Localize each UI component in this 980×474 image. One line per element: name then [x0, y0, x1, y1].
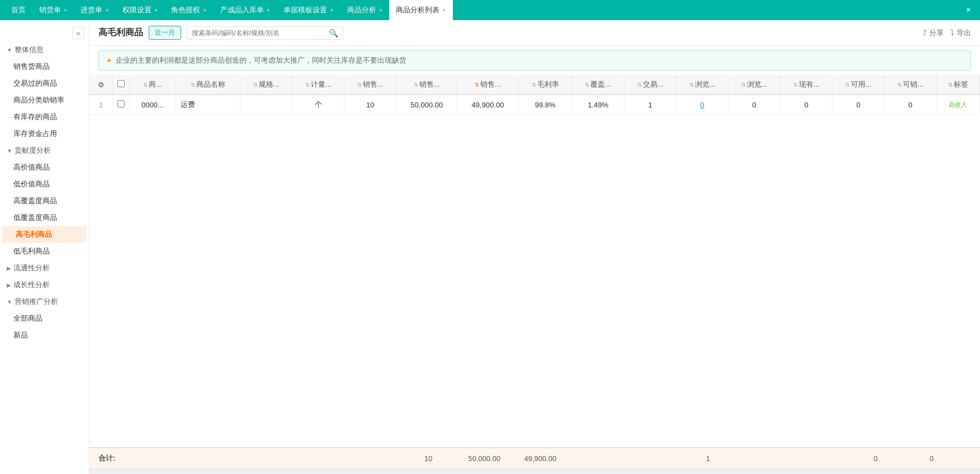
- sidebar-group-liquidity[interactable]: ▶ 流通性分析: [0, 260, 89, 276]
- footer-transaction: 1: [685, 454, 730, 463]
- cell-code: 0000...: [130, 95, 176, 115]
- share-icon: ⤴: [923, 29, 927, 37]
- col-gross-margin[interactable]: ⇅毛利率: [518, 75, 572, 95]
- filter-recent-month-button[interactable]: 近一月: [149, 26, 181, 40]
- horizontal-scrollbar[interactable]: [89, 468, 980, 474]
- info-banner: ✦ 企业的主要的利润都是这部分商品创造的，可考虑加大推广，同时关注库存是不要出现…: [98, 50, 971, 71]
- col-browse2[interactable]: ⇅浏览...: [728, 75, 780, 95]
- col-browse1[interactable]: ⇅浏览...: [676, 75, 728, 95]
- arrow-down-icon-3: ▼: [7, 299, 12, 305]
- table-row: 1 0000... 运费 个 10 50,000.00 49,900.00 99…: [89, 95, 980, 115]
- sidebar-item-traded-goods[interactable]: 交易过的商品: [0, 75, 89, 92]
- sidebar-item-in-stock[interactable]: 有库存的商品: [0, 109, 89, 125]
- sidebar-item-all-goods[interactable]: 全部商品: [0, 310, 89, 327]
- export-icon: ⤵: [950, 29, 954, 37]
- col-transaction[interactable]: ⇅交易...: [624, 75, 676, 95]
- cell-gross-margin: 99.8%: [518, 95, 572, 115]
- col-spec[interactable]: ⇅规格...: [240, 75, 292, 95]
- cell-browse2: 0: [728, 95, 780, 115]
- col-name[interactable]: ⇅商品名称: [176, 75, 240, 95]
- close-permissions[interactable]: ×: [154, 7, 158, 13]
- nav-product-analysis[interactable]: 商品分析 ×: [340, 0, 389, 20]
- nav-home[interactable]: 首页: [4, 0, 32, 20]
- content-area: 高毛利商品 近一月 🔍 ⤴ 分享 ⤵ 导出 ✦ 企业的主要的利润都是这部分商品创…: [89, 20, 980, 474]
- col-sales-cost[interactable]: ⇅销售...: [457, 75, 518, 95]
- nav-purchase-order[interactable]: 进货单 ×: [74, 0, 115, 20]
- search-icon[interactable]: 🔍: [329, 29, 338, 37]
- export-button[interactable]: ⤵ 导出: [950, 28, 971, 38]
- header-actions: ⤴ 分享 ⤵ 导出: [923, 28, 971, 38]
- sidebar-collapse-button[interactable]: «: [72, 27, 84, 39]
- cell-browse1[interactable]: 0: [676, 95, 728, 115]
- col-tag[interactable]: ⇅标签: [936, 75, 979, 95]
- arrow-right-icon-2: ▶: [7, 282, 11, 288]
- col-sellable[interactable]: ⇅可销...: [884, 75, 936, 95]
- nav-product-analysis-list[interactable]: 商品分析列表 ×: [389, 0, 452, 20]
- close-sales-order[interactable]: ×: [64, 7, 67, 13]
- footer-label: 合计:: [98, 453, 115, 463]
- arrow-down-icon: ▼: [7, 47, 12, 53]
- cell-tag: 高收入: [936, 95, 979, 115]
- share-button[interactable]: ⤴ 分享: [923, 28, 944, 38]
- arrow-down-icon-2: ▼: [7, 148, 12, 154]
- nav-template-settings[interactable]: 单据模板设置 ×: [277, 0, 340, 20]
- nav-role-auth[interactable]: 角色授权 ×: [164, 0, 213, 20]
- close-product-inbound[interactable]: ×: [267, 7, 270, 13]
- sidebar-item-stock-capital[interactable]: 库存资金占用: [0, 125, 89, 142]
- cell-row-num: 1: [89, 95, 113, 115]
- sidebar-item-high-value[interactable]: 高价值商品: [0, 159, 89, 176]
- footer-available: 0: [909, 454, 954, 463]
- col-unit[interactable]: ⇅计量...: [292, 75, 344, 95]
- col-checkbox[interactable]: [113, 75, 130, 95]
- sidebar-item-low-value[interactable]: 低价值商品: [0, 176, 89, 193]
- sidebar-group-marketing[interactable]: ▼ 营销推广分析: [0, 293, 89, 310]
- col-settings[interactable]: ⚙: [89, 75, 113, 95]
- cell-sales-cost: 49,900.00: [457, 95, 518, 115]
- sidebar-item-high-coverage[interactable]: 高覆盖度商品: [0, 193, 89, 209]
- close-purchase-order[interactable]: ×: [105, 7, 108, 13]
- cell-checkbox[interactable]: [113, 95, 130, 115]
- cell-available: 0: [832, 95, 884, 115]
- sidebar-group-contribution[interactable]: ▼ 贡献度分析: [0, 142, 89, 159]
- search-input[interactable]: [192, 29, 329, 37]
- cell-sales-amount: 50,000.00: [396, 95, 457, 115]
- table-header-row: ⚙ ⇅商... ⇅商品名称 ⇅规格... ⇅计量... ⇅销售... ⇅销售..…: [89, 75, 980, 95]
- cell-coverage: 1.49%: [572, 95, 624, 115]
- nav-product-inbound[interactable]: 产成品入库单 ×: [214, 0, 277, 20]
- close-role-auth[interactable]: ×: [203, 7, 206, 13]
- sidebar-group-overall[interactable]: ▼ 整体信息: [0, 41, 89, 58]
- arrow-right-icon: ▶: [7, 265, 11, 271]
- content-header: 高毛利商品 近一月 🔍 ⤴ 分享 ⤵ 导出: [89, 20, 980, 46]
- sidebar-item-sales-goods[interactable]: 销售货商品: [0, 58, 89, 75]
- nav-sales-order[interactable]: 销货单 ×: [32, 0, 74, 20]
- sidebar-item-low-margin[interactable]: 低毛利商品: [0, 243, 89, 260]
- col-code[interactable]: ⇅商...: [130, 75, 176, 95]
- select-all-checkbox[interactable]: [117, 80, 125, 87]
- row-checkbox[interactable]: [117, 100, 125, 107]
- footer-sales-amount: 50,000.00: [462, 454, 506, 463]
- sidebar-item-high-margin[interactable]: 高毛利商品: [2, 226, 87, 243]
- cell-transaction: 1: [624, 95, 676, 115]
- cell-unit: 个: [292, 95, 344, 115]
- sidebar-group-growth[interactable]: ▶ 成长性分析: [0, 276, 89, 293]
- footer-sales-cost: 49,900.00: [518, 454, 562, 463]
- col-coverage[interactable]: ⇅覆盖...: [572, 75, 624, 95]
- cell-name: 运费: [176, 95, 240, 115]
- sidebar-item-low-coverage[interactable]: 低覆盖度商品: [0, 209, 89, 226]
- col-sales-amount[interactable]: ⇅销售...: [396, 75, 457, 95]
- nav-permissions[interactable]: 权限设置 ×: [116, 0, 164, 20]
- close-product-analysis-list[interactable]: ×: [442, 7, 446, 13]
- search-box[interactable]: 🔍: [187, 26, 343, 40]
- col-sales-qty[interactable]: ⇅销售...: [344, 75, 396, 95]
- col-current-stock[interactable]: ⇅现有...: [780, 75, 832, 95]
- cell-current-stock: 0: [780, 95, 832, 115]
- window-close-button[interactable]: ×: [962, 5, 976, 15]
- cell-spec: [240, 95, 292, 115]
- sidebar-item-new-goods[interactable]: 新品: [0, 327, 89, 344]
- col-available[interactable]: ⇅可用...: [832, 75, 884, 95]
- footer-sales-qty: 10: [406, 454, 451, 463]
- sidebar-item-category-rate[interactable]: 商品分类助销率: [0, 92, 89, 109]
- table-scroll-area[interactable]: ⚙ ⇅商... ⇅商品名称 ⇅规格... ⇅计量... ⇅销售... ⇅销售..…: [89, 75, 980, 115]
- close-template-settings[interactable]: ×: [330, 7, 333, 13]
- close-product-analysis[interactable]: ×: [379, 7, 382, 13]
